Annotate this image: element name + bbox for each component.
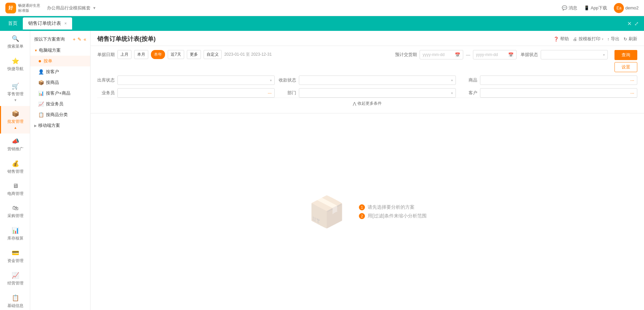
- collapse-up-icon: ⋀: [353, 101, 356, 106]
- collapse-scheme-icon[interactable]: «: [84, 37, 86, 42]
- topbar-right: 💬 消息 📱 App下载 Ea demo2: [562, 3, 639, 13]
- scheme-panel-icons: + ✎ «: [73, 37, 86, 42]
- date-label: 单据日期: [97, 52, 115, 58]
- mobile-arrow-icon: ▶: [34, 124, 37, 127]
- tab-close-icon[interactable]: ×: [64, 21, 67, 26]
- customer-dots-icon[interactable]: ···: [630, 90, 634, 96]
- sidebar-item-basic[interactable]: 📋 基础信息: [0, 290, 30, 310]
- customer-label: 客户: [460, 90, 477, 96]
- collapse-bar[interactable]: ⋀ 收起更多条件: [97, 98, 637, 109]
- mobile-icon: 📱: [584, 5, 589, 10]
- scheme-category-desktop[interactable]: ▼ 电脑端方案: [30, 45, 90, 56]
- search-icon: 🔍: [12, 35, 19, 42]
- sidebar-item-quicknav[interactable]: ⭐ 快捷导航: [0, 53, 30, 76]
- customer-input[interactable]: ···: [480, 88, 637, 98]
- user-menu[interactable]: Ea demo2: [614, 3, 639, 13]
- main-content: 🔍 搜索菜单 ⭐ 快捷导航 🛒 零售管理 ▼ 📦 批发管理 ▲ 📣 营销推广 💰…: [0, 31, 644, 310]
- department-select[interactable]: ▾: [299, 88, 456, 98]
- scheme-item-customer-goods[interactable]: 📊 按客户+商品: [30, 88, 90, 99]
- expected-date-start[interactable]: yyyy-mm-dd 📅: [420, 50, 463, 59]
- status-select[interactable]: ▾: [541, 50, 608, 59]
- export-btn[interactable]: ↑ 导出: [607, 36, 620, 42]
- salesperson-label: 业务员: [97, 90, 115, 96]
- custom-btn[interactable]: 自定义: [204, 50, 222, 59]
- print-btn[interactable]: 🖨 按模板打印 ▾: [573, 36, 603, 42]
- last-month-btn[interactable]: 上月: [117, 50, 131, 59]
- sidebar-item-purchase[interactable]: 🛍 采购管理: [0, 201, 30, 223]
- add-scheme-icon[interactable]: +: [73, 37, 75, 42]
- scheme-item-order[interactable]: ● 按单: [30, 56, 90, 66]
- department-label: 部门: [279, 90, 296, 96]
- scheme-customer-icon: 👤: [38, 69, 44, 74]
- nav-right-actions: ✕ ⤢: [627, 20, 641, 27]
- refresh-icon: ↻: [624, 37, 627, 42]
- goods-dots-icon[interactable]: ···: [630, 78, 634, 83]
- status-label: 单据状态: [521, 52, 538, 58]
- scheme-category-mobile[interactable]: ▶ 移动端方案: [30, 120, 90, 131]
- maximize-icon[interactable]: ⤢: [634, 20, 639, 27]
- hint-num-1: 1: [359, 204, 365, 210]
- sidebar-item-wholesale[interactable]: 📦 批发管理 ▲: [0, 106, 30, 134]
- sidebar-item-inventory[interactable]: 📊 库存核算: [0, 223, 30, 245]
- salesperson-dots-icon[interactable]: ···: [268, 90, 272, 96]
- this-year-btn[interactable]: 本年: [151, 50, 165, 59]
- goods-input[interactable]: ···: [480, 75, 637, 85]
- topbar-title[interactable]: 办公用品行业模拟账套 ▾: [47, 5, 96, 11]
- shipment-select[interactable]: ▾: [117, 75, 275, 85]
- refresh-btn[interactable]: ↻ 刷新: [624, 36, 637, 42]
- sidebar-item-ecommerce[interactable]: 🖥 电商管理: [0, 178, 30, 201]
- salesperson-input[interactable]: ···: [117, 88, 275, 98]
- logo-text: 畅捷通好生意 标准版: [18, 3, 40, 13]
- sidebar-item-sales[interactable]: 💰 销售管理: [0, 156, 30, 178]
- edit-scheme-icon[interactable]: ✎: [77, 37, 82, 42]
- payment-select[interactable]: ▾: [299, 75, 456, 85]
- sales-icon: 💰: [12, 160, 19, 167]
- content-area: 按以下方案查询 + ✎ « ▼ 电脑端方案 ● 按单 👤 按客户 📦: [30, 31, 644, 310]
- inventory-icon: 📊: [12, 227, 19, 234]
- scheme-goods-icon: 📦: [38, 80, 44, 85]
- scheme-item-goods[interactable]: 📦 按商品: [30, 77, 90, 88]
- app-download-btn[interactable]: 📱 App下载: [584, 5, 607, 11]
- sidebar: 🔍 搜索菜单 ⭐ 快捷导航 🛒 零售管理 ▼ 📦 批发管理 ▲ 📣 营销推广 💰…: [0, 31, 30, 310]
- sidebar-item-finance[interactable]: 💳 资金管理: [0, 245, 30, 268]
- logo-area: 好 畅捷通好生意 标准版: [5, 3, 40, 13]
- query-button[interactable]: 查询: [614, 50, 637, 60]
- action-buttons: 查询 设置: [614, 50, 637, 72]
- payment-chevron-icon: ▾: [451, 79, 453, 82]
- scheme-salesperson-icon: 📈: [38, 101, 44, 107]
- topbar-left: 好 畅捷通好生意 标准版 办公用品行业模拟账套 ▾: [5, 3, 96, 13]
- scheme-item-goods-category[interactable]: 📋 按商品分类: [30, 109, 90, 120]
- calendar-icon-end: 📅: [508, 52, 514, 57]
- empty-hints: 1 请先选择要分析的方案 2 用[过滤]条件来缩小分析范围: [359, 204, 427, 219]
- main-panel: 销售订单统计表(按单) ❓ 帮助 🖨 按模板打印 ▾ ↑ 导出: [91, 31, 644, 310]
- star-icon: ⭐: [12, 57, 19, 65]
- setting-button[interactable]: 设置: [614, 62, 637, 72]
- ecommerce-icon: 🖥: [12, 183, 18, 190]
- close-window-icon[interactable]: ✕: [627, 20, 632, 27]
- scheme-item-salesperson[interactable]: 📈 按业务员: [30, 99, 90, 109]
- expected-date-label: 预计交货期: [395, 52, 417, 58]
- sidebar-item-retail[interactable]: 🛒 零售管理 ▼: [0, 79, 30, 106]
- tab-sales-order[interactable]: 销售订单统计表 ×: [23, 17, 72, 30]
- shipment-chevron-icon: ▾: [270, 79, 272, 82]
- expected-date-end[interactable]: yyyy-mm-dd 📅: [473, 50, 517, 59]
- more-btn[interactable]: 更多: [187, 50, 201, 59]
- basic-icon: 📋: [12, 294, 19, 302]
- last7-btn[interactable]: 近7天: [168, 50, 184, 59]
- goods-label: 商品: [460, 77, 477, 83]
- hint-num-2: 2: [359, 213, 365, 219]
- finance-icon: 💳: [12, 249, 19, 257]
- this-month-btn[interactable]: 本月: [134, 50, 148, 59]
- sidebar-item-operations[interactable]: 📈 经营管理: [0, 268, 30, 290]
- sidebar-item-marketing[interactable]: 📣 营销推广: [0, 134, 30, 156]
- help-btn[interactable]: ❓ 帮助: [553, 36, 569, 42]
- sidebar-item-search[interactable]: 🔍 搜索菜单: [0, 31, 30, 53]
- scheme-cg-icon: 📊: [38, 91, 44, 96]
- avatar: Ea: [614, 3, 624, 13]
- retail-icon: 🛒: [12, 83, 19, 90]
- empty-area: 📦 1 请先选择要分析的方案 2 用[过滤]条件来缩小分析范围: [91, 113, 644, 310]
- tab-home[interactable]: 首页: [3, 17, 23, 30]
- message-btn[interactable]: 💬 消息: [562, 5, 577, 11]
- scheme-item-customer[interactable]: 👤 按客户: [30, 66, 90, 77]
- scheme-dot-icon: ●: [38, 58, 42, 64]
